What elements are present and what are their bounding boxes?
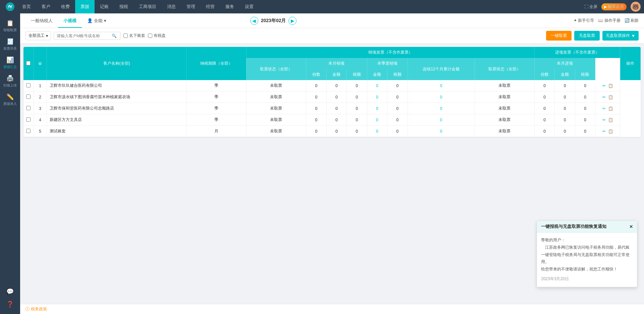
nav-services[interactable]: 服务: [220, 0, 239, 13]
row-tax-period: 季: [186, 91, 246, 103]
has-tax-disk-checkbox-label[interactable]: 有税盘: [148, 33, 166, 39]
th-sales-group: 销项发票（不含作废票）: [246, 47, 534, 58]
th-settings: ⚙: [34, 47, 47, 80]
employee-filter-chevron: ▾: [46, 34, 48, 38]
nav-bookkeeping[interactable]: 记账: [95, 0, 114, 13]
settings-icon[interactable]: ⚙: [38, 61, 42, 66]
row-checkbox[interactable]: [26, 129, 31, 133]
tab-general-taxpayer[interactable]: 一般纳税人: [25, 14, 58, 28]
row-purchase-month-amount: 0: [555, 114, 575, 126]
th-tax-period: 纳税期限（全部）: [186, 47, 246, 80]
row-sales-month-tax: 0: [347, 126, 367, 137]
my-accounts-checkbox-label[interactable]: 名下账套: [123, 33, 145, 39]
nav-tickets[interactable]: 票据: [75, 0, 95, 13]
row-checkbox[interactable]: [26, 95, 31, 99]
row-client: 卫辉市汲水镇下图润香腐竹苗木种植家庭农场: [47, 91, 186, 103]
notification-close-icon[interactable]: ✕: [629, 224, 633, 229]
nav-home[interactable]: 首页: [17, 0, 36, 13]
manual-btn[interactable]: 📖 操作手册: [598, 18, 620, 23]
row-tax-period: 季: [186, 114, 246, 126]
no-disk-ops-button[interactable]: 无盘取票操作 ▼: [602, 31, 639, 41]
scan-upload-icon: 🖨️: [6, 75, 14, 82]
edit-icon[interactable]: ✏: [602, 83, 606, 88]
app-logo[interactable]: [3, 0, 17, 13]
search-icon[interactable]: 🔍: [112, 34, 117, 38]
row-purchase-month-tax: 0: [575, 103, 595, 114]
nav-clients[interactable]: 客户: [36, 0, 56, 13]
my-accounts-checkbox[interactable]: [123, 34, 128, 38]
row-checkbox[interactable]: [26, 106, 31, 110]
th-sales-month-count: 份数: [306, 69, 326, 80]
client-search-box[interactable]: 🔍: [54, 32, 121, 40]
notification-title: 一键报税与无盘取票功能恢复通知: [541, 224, 606, 230]
client-search-input[interactable]: [57, 34, 110, 38]
tab-small-scale[interactable]: 小规模: [58, 14, 82, 28]
th-sales-month-tax: 税额: [347, 69, 367, 80]
top-navigation: 首页 客户 收费 票据 记账 报税 工商项目 消息 管理 经营 服务 设置 ⛶ …: [0, 0, 644, 13]
fullscreen-btn[interactable]: ⛶ 全屏: [584, 4, 597, 10]
new-guide-btn[interactable]: ✦ 新手引导: [574, 18, 594, 23]
row-index: 5: [34, 126, 47, 137]
next-period-button[interactable]: ▶: [288, 17, 297, 25]
nav-tax[interactable]: 报税: [114, 0, 133, 13]
th-client: 客户名称(全部): [47, 47, 186, 80]
nav-business[interactable]: 工商项目: [133, 0, 162, 13]
row-checkbox-cell: [23, 126, 34, 137]
period-navigation: ◀ 2023年02月 ▶: [250, 17, 297, 25]
no-disk-ticket-button[interactable]: 无盘取票: [574, 31, 600, 41]
sidebar-item-feedback[interactable]: 💬: [0, 285, 20, 298]
nav-operations[interactable]: 经营: [201, 0, 220, 13]
view-icon[interactable]: 📋: [608, 95, 613, 100]
row-sales-month-amount: 0: [326, 114, 346, 126]
row-sales-month-tax: 0: [347, 91, 367, 103]
has-tax-disk-checkbox[interactable]: [148, 34, 152, 38]
row-checkbox-cell: [23, 114, 34, 126]
row-tax-period: 季: [186, 103, 246, 114]
th-select-all: [23, 47, 34, 80]
sidebar-item-ticket-entry[interactable]: ✏️ 票据录入: [0, 90, 20, 109]
view-icon[interactable]: 📋: [608, 106, 613, 111]
row-client: 卫辉市保和堂医药有限公司忠顺路店: [47, 103, 186, 114]
row-sales-status: 未取票: [246, 80, 306, 91]
tab-group: 一般纳税人 小规模 👤 全能 ▾: [25, 14, 112, 27]
sidebar-item-invoice-issue[interactable]: 🧾 发票开具: [0, 35, 20, 54]
row-tax-period: 季: [186, 80, 246, 91]
th-purchase-month-group: 本月进项: [534, 58, 595, 69]
nav-manage[interactable]: 管理: [181, 0, 201, 13]
row-purchase-month-count: 0: [534, 91, 554, 103]
edit-icon[interactable]: ✏: [602, 118, 606, 122]
refresh-btn[interactable]: 🔄 刷新: [625, 18, 639, 23]
row-sales-month-amount: 0: [326, 80, 346, 91]
select-all-checkbox[interactable]: [26, 61, 31, 65]
prev-period-button[interactable]: ◀: [250, 17, 258, 25]
nav-billing[interactable]: 收费: [56, 0, 75, 13]
edit-icon[interactable]: ✏: [602, 129, 606, 134]
row-checkbox-cell: [23, 80, 34, 91]
vip-button[interactable]: ▶ 畅享会员: [601, 3, 627, 10]
row-sales-month-count: 0: [306, 103, 326, 114]
view-icon[interactable]: 📋: [608, 129, 613, 134]
toolbar-right-buttons: 一键取票 无盘取票 无盘取票操作 ▼: [546, 31, 639, 41]
sidebar-item-help[interactable]: ❓: [0, 298, 20, 311]
employee-filter-select[interactable]: 全部员工 ▾: [25, 31, 51, 40]
row-index: 3: [34, 103, 47, 114]
view-icon[interactable]: 📋: [608, 83, 613, 88]
row-checkbox[interactable]: [26, 83, 31, 87]
sidebar-item-smart-ticket[interactable]: 📋 智能取票: [0, 17, 20, 35]
row-checkbox[interactable]: [26, 117, 31, 122]
row-sales-month-count: 0: [306, 114, 326, 126]
user-avatar[interactable]: 🐻: [631, 2, 641, 12]
sidebar-item-ticket-summary[interactable]: 📊 票据汇总: [0, 54, 20, 72]
one-click-ticket-button[interactable]: 一键取票: [546, 31, 572, 41]
view-icon[interactable]: 📋: [608, 118, 613, 122]
tax-policy-link[interactable]: 税务政策: [31, 306, 47, 312]
sidebar-item-scan-upload[interactable]: 🖨️ 扫描上传: [0, 72, 20, 90]
nav-settings[interactable]: 设置: [239, 0, 259, 13]
tab-all-capable[interactable]: 👤 全能 ▾: [82, 14, 112, 28]
row-sales-status: 未取票: [246, 103, 306, 114]
ticket-entry-icon: ✏️: [6, 93, 14, 101]
edit-icon[interactable]: ✏: [602, 106, 606, 111]
table-body: 1 卫辉市玖玖健合医药有限公司 季 未取票 0 0 0 0 0 0 未取票 0 …: [23, 80, 641, 137]
edit-icon[interactable]: ✏: [602, 95, 606, 100]
nav-messages[interactable]: 消息: [162, 0, 181, 13]
